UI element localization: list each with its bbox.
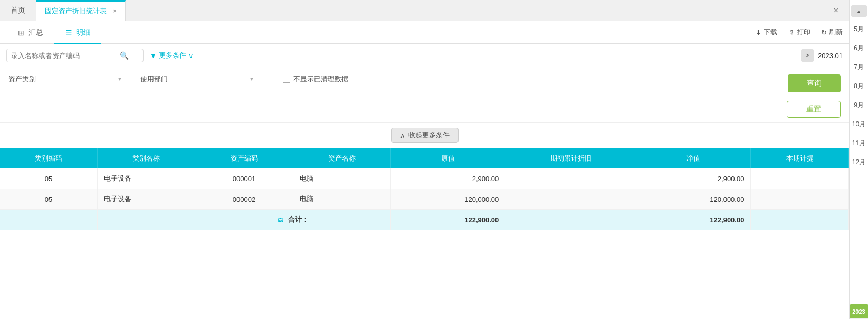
home-tab[interactable]: 首页: [0, 0, 36, 21]
tab-summary[interactable]: ⊞ 汇总: [6, 22, 54, 44]
date-nav-arrow[interactable]: >: [801, 49, 814, 62]
row2-category-code: 05: [0, 189, 97, 210]
hide-cleared-label: 不显示已清理数据: [293, 74, 348, 84]
filter-buttons: 查询 重置: [787, 74, 841, 118]
right-sidebar: ▲ 5月 6月 7月 8月 9月 10月 11月 12月 2023: [849, 0, 868, 319]
total-icon: 🗂: [278, 216, 284, 223]
detail-icon: ☰: [64, 29, 73, 37]
month-6[interactable]: 6月: [850, 39, 869, 58]
active-tab[interactable]: 固定资产折旧统计表 ×: [36, 0, 126, 21]
search-input-wrap[interactable]: 🔍: [6, 49, 144, 62]
reset-button[interactable]: 重置: [787, 101, 841, 118]
col-category-name: 类别名称: [97, 148, 195, 168]
row1-category-code: 05: [0, 168, 97, 189]
row1-current-dep: [751, 168, 849, 189]
refresh-button[interactable]: ↻ 刷新: [821, 27, 843, 37]
month-10[interactable]: 10月: [850, 115, 869, 134]
data-table: 类别编码 类别名称 资产编码 资产名称 原值 期初累计折旧 净值 本期计提 05…: [0, 148, 849, 230]
month-12[interactable]: 12月: [850, 153, 869, 172]
hide-cleared-checkbox[interactable]: [283, 76, 290, 83]
detail-tab-label: 明细: [76, 28, 91, 37]
department-arrow-icon: ▼: [249, 76, 254, 82]
row2-asset-name: 电脑: [293, 189, 391, 210]
row1-asset-code: 000001: [195, 168, 293, 189]
row1-original-value: 2,900.00: [391, 168, 505, 189]
tab-detail[interactable]: ☰ 明细: [54, 22, 101, 44]
total-row: 🗂 合计： 122,900.00 122,900.00: [0, 210, 849, 230]
table-row: 05 电子设备 000001 电脑 2,900.00 2,900.00: [0, 168, 849, 189]
summary-icon: ⊞: [17, 29, 25, 37]
active-tab-label: 固定资产折旧统计表: [45, 6, 107, 16]
total-original-value: 122,900.00: [391, 210, 505, 230]
month-11[interactable]: 11月: [850, 134, 869, 153]
row2-accumulated-dep: [505, 189, 636, 210]
total-col3: 🗂 合计：: [195, 210, 391, 230]
home-tab-label: 首页: [11, 6, 25, 15]
row2-original-value: 120,000.00: [391, 189, 505, 210]
sidebar-nav-up: ▲: [850, 2, 869, 20]
download-button[interactable]: ⬇ 下载: [756, 27, 777, 37]
collapse-label: 收起更多条件: [408, 130, 450, 140]
collapse-button[interactable]: ∧ 收起更多条件: [391, 128, 459, 143]
total-label: 合计：: [288, 215, 309, 223]
row2-asset-code: 000002: [195, 189, 293, 210]
print-label: 打印: [797, 27, 810, 37]
close-icon: ×: [834, 6, 838, 15]
download-icon: ⬇: [756, 29, 761, 36]
date-nav: > 2023.01: [801, 49, 843, 62]
table-header-row: 类别编码 类别名称 资产编码 资产名称 原值 期初累计折旧 净值 本期计提: [0, 148, 849, 168]
filter-icon: ▼: [150, 52, 157, 60]
asset-category-arrow-icon: ▼: [117, 76, 122, 82]
total-net-value: 122,900.00: [636, 210, 751, 230]
summary-tab-label: 汇总: [28, 28, 43, 37]
month-5[interactable]: 5月: [850, 20, 869, 39]
more-conditions-button[interactable]: ▼ 更多条件 ∨: [150, 51, 194, 60]
month-9[interactable]: 9月: [850, 96, 869, 115]
total-col2: [97, 210, 195, 230]
total-col1: [0, 210, 97, 230]
search-icon: 🔍: [120, 51, 129, 60]
row1-accumulated-dep: [505, 168, 636, 189]
asset-category-label: 资产类别: [8, 74, 36, 84]
chevron-down-icon: ∨: [188, 52, 194, 60]
department-filter: 使用部门 ▼: [140, 74, 256, 84]
col-asset-name: 资产名称: [293, 148, 391, 168]
table-wrap: 类别编码 类别名称 资产编码 资产名称 原值 期初累计折旧 净值 本期计提 05…: [0, 148, 849, 319]
row2-current-dep: [751, 189, 849, 210]
sub-tab-bar: ⊞ 汇总 ☰ 明细 ⬇ 下载 🖨 打印 ↻ 刷新: [0, 21, 849, 44]
refresh-icon: ↻: [821, 29, 827, 36]
more-conditions-label: 更多条件: [159, 51, 186, 60]
department-select[interactable]: ▼: [172, 75, 256, 83]
month-7[interactable]: 7月: [850, 58, 869, 77]
print-button[interactable]: 🖨 打印: [788, 27, 810, 37]
col-current-depreciation: 本期计提: [751, 148, 849, 168]
asset-category-select[interactable]: ▼: [40, 75, 125, 83]
row2-category-name: 电子设备: [97, 189, 195, 210]
search-input[interactable]: [11, 52, 117, 60]
row1-net-value: 2,900.00: [636, 168, 751, 189]
window-close-button[interactable]: ×: [823, 6, 849, 15]
sidebar-up-button[interactable]: ▲: [851, 5, 867, 17]
search-bar: 🔍 ▼ 更多条件 ∨ > 2023.01: [0, 44, 849, 67]
query-button[interactable]: 查询: [788, 74, 841, 92]
total-accumulated-dep: [505, 210, 636, 230]
col-category-code: 类别编码: [0, 148, 97, 168]
col-original-value: 原值: [391, 148, 505, 168]
filter-area: 资产类别 ▼ 使用部门 ▼: [0, 67, 849, 123]
sidebar-months: 5月 6月 7月 8月 9月 10月 11月 12月: [850, 20, 869, 172]
refresh-label: 刷新: [829, 27, 843, 37]
download-label: 下载: [764, 27, 777, 37]
row2-net-value: 120,000.00: [636, 189, 751, 210]
col-net-value: 净值: [636, 148, 751, 168]
tab-close-icon[interactable]: ×: [113, 7, 117, 15]
month-8[interactable]: 8月: [850, 77, 869, 96]
row1-asset-name: 电脑: [293, 168, 391, 189]
hide-cleared-wrap: 不显示已清理数据: [283, 74, 348, 84]
col-accumulated-depreciation: 期初累计折旧: [505, 148, 636, 168]
col-asset-code: 资产编码: [195, 148, 293, 168]
row1-category-name: 电子设备: [97, 168, 195, 189]
year-badge[interactable]: 2023: [850, 304, 869, 319]
date-label: 2023.01: [818, 52, 843, 60]
department-label: 使用部门: [140, 74, 168, 84]
collapse-bar: ∧ 收起更多条件: [0, 123, 849, 148]
